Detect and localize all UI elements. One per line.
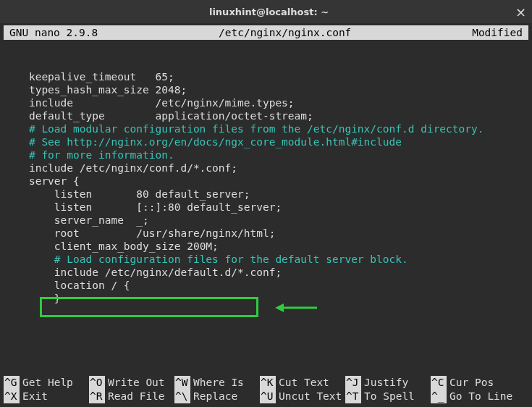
shortcut-label: To Spell bbox=[364, 390, 415, 403]
shortcut-label: Replace bbox=[193, 390, 237, 403]
nano-app-version: GNU nano 2.9.8 bbox=[9, 25, 98, 40]
shortcut-label: Where Is bbox=[193, 376, 244, 390]
shortcut-row-2: ^XExit^RRead File^\Replace^UUncut Text^T… bbox=[4, 390, 528, 403]
editor-line[interactable]: default_type application/octet-stream; bbox=[4, 109, 528, 122]
shortcut-item[interactable]: ^\Replace bbox=[174, 390, 260, 403]
shortcut-row-1: ^GGet Help^OWrite Out^WWhere Is^KCut Tex… bbox=[4, 376, 528, 390]
shortcut-key: ^K bbox=[260, 376, 276, 390]
comment-text: # for more information. bbox=[29, 149, 174, 161]
code-text: client_max_body_size 200M; bbox=[54, 240, 219, 252]
close-icon[interactable]: × bbox=[506, 4, 526, 20]
shortcut-item[interactable]: ^OWrite Out bbox=[89, 376, 174, 390]
shortcut-label: Write Out bbox=[108, 376, 165, 390]
nano-file-path: /etc/nginx/nginx.conf bbox=[98, 25, 472, 40]
code-text: } bbox=[54, 293, 61, 304]
editor-line[interactable]: types_hash_max_size 2048; bbox=[4, 83, 528, 96]
shortcut-key: ^W bbox=[174, 376, 190, 390]
editor-line[interactable]: include /etc/nginx/conf.d/*.conf; bbox=[4, 161, 528, 175]
shortcut-key: ^X bbox=[4, 390, 20, 403]
shortcut-item[interactable]: ^GGet Help bbox=[4, 376, 89, 390]
shortcut-label: Get Help bbox=[22, 376, 73, 390]
comment-text: # See http://nginx.org/en/docs/ngx_core_… bbox=[29, 136, 402, 148]
editor-line[interactable]: include /etc/nginx/mime.types; bbox=[4, 96, 528, 109]
shortcut-label: Go To Line bbox=[449, 390, 512, 403]
editor-line[interactable]: listen [::]:80 default_server; bbox=[4, 201, 528, 214]
editor-line[interactable]: location / { bbox=[4, 279, 528, 292]
comment-text: # Load modular configuration files from … bbox=[29, 123, 484, 135]
editor-line[interactable]: listen 80 default_server; bbox=[4, 188, 528, 201]
shortcut-key: ^C bbox=[431, 376, 447, 390]
code-text: listen 80 default_server; bbox=[54, 188, 250, 200]
code-text: listen [::]:80 default_server; bbox=[54, 201, 282, 213]
nano-header-bar: GNU nano 2.9.8 /etc/nginx/nginx.conf Mod… bbox=[4, 25, 528, 40]
editor-line[interactable]: server { bbox=[4, 175, 528, 188]
shortcut-key: ^_ bbox=[431, 390, 447, 403]
shortcut-key: ^O bbox=[89, 376, 105, 390]
code-text: server_name _; bbox=[54, 214, 149, 226]
shortcut-item[interactable]: ^_Go To Line bbox=[431, 390, 516, 403]
editor-line[interactable]: # Load configuration files for the defau… bbox=[4, 253, 528, 266]
window-title: linuxhint@localhost: ~ bbox=[32, 7, 506, 17]
code-text: location / { bbox=[54, 280, 130, 291]
shortcut-item[interactable]: ^RRead File bbox=[89, 390, 174, 403]
shortcut-item[interactable]: ^WWhere Is bbox=[174, 376, 260, 390]
editor-content[interactable]: keepalive_timeout 65; types_hash_max_siz… bbox=[4, 70, 528, 305]
shortcut-label: Cut Text bbox=[279, 376, 329, 390]
editor-area[interactable]: keepalive_timeout 65; types_hash_max_siz… bbox=[0, 40, 532, 380]
nano-shortcuts-bar: ^GGet Help^OWrite Out^WWhere Is^KCut Tex… bbox=[4, 376, 528, 403]
shortcut-item[interactable]: ^TTo Spell bbox=[345, 390, 431, 403]
editor-line[interactable]: # for more information. bbox=[4, 148, 528, 161]
nano-modified-status: Modified bbox=[472, 25, 523, 40]
svg-marker-1 bbox=[275, 303, 284, 312]
shortcut-label: Exit bbox=[22, 390, 48, 403]
shortcut-item[interactable]: ^UUncut Text bbox=[260, 390, 345, 403]
code-text: default_type application/octet-stream; bbox=[29, 110, 313, 122]
code-text: include /etc/nginx/mime.types; bbox=[29, 97, 295, 109]
comment-text: # Load configuration files for the defau… bbox=[54, 253, 408, 265]
shortcut-key: ^J bbox=[345, 376, 361, 390]
shortcut-label: Read File bbox=[108, 390, 165, 403]
code-text: server { bbox=[29, 175, 80, 187]
editor-line[interactable]: client_max_body_size 200M; bbox=[4, 240, 528, 253]
code-text: types_hash_max_size 2048; bbox=[29, 84, 187, 96]
code-text: include /etc/nginx/default.d/*.conf; bbox=[54, 267, 282, 278]
shortcut-key: ^\ bbox=[174, 390, 190, 403]
shortcut-item[interactable]: ^KCut Text bbox=[260, 376, 345, 390]
editor-line[interactable]: # See http://nginx.org/en/docs/ngx_core_… bbox=[4, 135, 528, 148]
shortcut-key: ^R bbox=[89, 390, 105, 403]
shortcut-label: Cur Pos bbox=[449, 376, 494, 390]
editor-line[interactable]: include /etc/nginx/default.d/*.conf; bbox=[4, 266, 528, 279]
shortcut-label: Justify bbox=[364, 376, 408, 390]
code-text: keepalive_timeout 65; bbox=[29, 71, 174, 83]
code-text: include /etc/nginx/conf.d/*.conf; bbox=[29, 162, 237, 174]
shortcut-item[interactable]: ^JJustify bbox=[345, 376, 431, 390]
shortcut-key: ^U bbox=[260, 390, 276, 403]
editor-line[interactable]: keepalive_timeout 65; bbox=[4, 70, 528, 83]
shortcut-key: ^T bbox=[345, 390, 361, 403]
code-text: root /usr/share/nginx/html; bbox=[54, 227, 276, 239]
window-titlebar: linuxhint@localhost: ~ × bbox=[0, 0, 532, 23]
shortcut-item[interactable]: ^CCur Pos bbox=[431, 376, 516, 390]
shortcut-label: Uncut Text bbox=[279, 390, 342, 403]
shortcut-item[interactable]: ^XExit bbox=[4, 390, 89, 403]
editor-line[interactable]: # Load modular configuration files from … bbox=[4, 122, 528, 135]
editor-line[interactable]: server_name _; bbox=[4, 214, 528, 227]
editor-line[interactable]: } bbox=[4, 292, 528, 305]
editor-line[interactable]: root /usr/share/nginx/html; bbox=[4, 227, 528, 240]
shortcut-key: ^G bbox=[4, 376, 20, 390]
